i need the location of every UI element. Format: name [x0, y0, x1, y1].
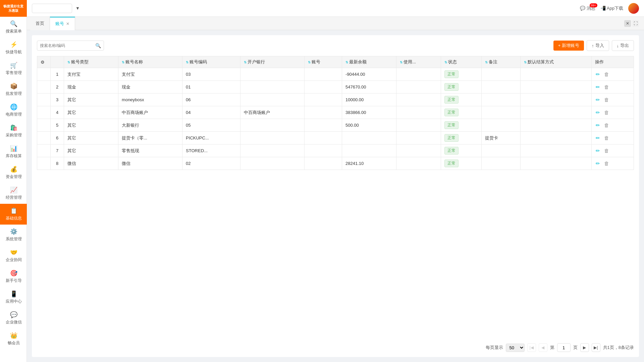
col-action-label: 操作	[595, 59, 604, 64]
sidebar-item-ops-mgmt[interactable]: 📈 经营管理	[0, 183, 27, 204]
delete-button-4[interactable]: 🗑	[603, 122, 610, 129]
edit-button-1[interactable]: ✏	[595, 83, 601, 91]
page-label: 第	[550, 345, 554, 351]
cell-status-7: 正常	[441, 157, 482, 170]
status-badge-2: 正常	[444, 96, 459, 104]
tab-home[interactable]: 首页	[30, 17, 50, 30]
cell-usage-3	[396, 106, 441, 119]
app-logo: 畅捷通好生意 乐惠版	[0, 0, 27, 17]
cell-type-4: 其它	[64, 119, 118, 132]
page-next-button[interactable]: ▶	[580, 343, 589, 352]
delete-button-0[interactable]: 🗑	[603, 71, 610, 78]
window-close-button[interactable]: ✕	[624, 20, 631, 27]
col-usage[interactable]: ⇅使用...	[396, 56, 441, 68]
col-balance[interactable]: ⇅最新余额	[342, 56, 396, 68]
edit-button-7[interactable]: ✏	[595, 160, 601, 167]
col-type-label: 账号类型	[71, 59, 89, 64]
edit-button-3[interactable]: ✏	[595, 109, 601, 116]
logo-line2: 乐惠版	[3, 8, 23, 13]
new-account-button[interactable]: + 新增账号	[553, 41, 584, 51]
cell-default-settle-7	[521, 157, 592, 170]
cell-usage-6	[396, 144, 441, 157]
toolbar: 🔍 + 新增账号 ↑ 导入 ↓ 导出	[37, 40, 634, 51]
delete-button-6[interactable]: 🗑	[603, 147, 610, 154]
delete-button-3[interactable]: 🗑	[603, 109, 610, 116]
sidebar-item-inventory-calc[interactable]: 📊 库存核算	[0, 141, 27, 162]
page-last-button[interactable]: ▶|	[592, 343, 600, 352]
search-input[interactable]	[40, 43, 95, 48]
cell-status-6: 正常	[441, 144, 482, 157]
ops-mgmt-icon: 📈	[10, 186, 17, 194]
sidebar-item-retail-mgmt[interactable]: 🛒 零售管理	[0, 58, 27, 79]
delete-button-7[interactable]: 🗑	[603, 160, 610, 167]
cell-status-0: 正常	[441, 68, 482, 81]
export-button[interactable]: ↓ 导出	[612, 40, 634, 51]
page-prev-button[interactable]: ◀	[539, 343, 547, 352]
sidebar-item-vip-member[interactable]: 👑 畅会员	[0, 328, 27, 349]
vip-member-icon: 👑	[10, 332, 17, 339]
edit-button-4[interactable]: ✏	[595, 122, 601, 129]
cell-status-5: 正常	[441, 132, 482, 144]
avatar[interactable]	[628, 3, 639, 14]
sidebar-item-finance-mgmt[interactable]: 💰 资金管理	[0, 162, 27, 183]
page-first-button[interactable]: |◀	[527, 343, 536, 352]
sidebar-item-system-mgmt[interactable]: ⚙️ 系统管理	[0, 225, 27, 245]
col-remark[interactable]: ⇅备注	[482, 56, 521, 68]
import-button[interactable]: ↑ 导入	[587, 40, 609, 51]
sidebar-item-purchase-mgmt[interactable]: 🛍️ 采购管理	[0, 121, 27, 141]
cell-action-5: ✏ 🗑	[592, 132, 634, 144]
app-download-label: App下载	[607, 5, 623, 11]
sidebar-label-retail-mgmt: 零售管理	[6, 70, 22, 76]
topbar-dropdown-icon[interactable]: ▼	[75, 6, 80, 11]
col-status[interactable]: ⇅状态	[441, 56, 482, 68]
page-suffix: 页	[573, 345, 578, 351]
delete-button-2[interactable]: 🗑	[603, 96, 610, 103]
toolbar-right: + 新增账号 ↑ 导入 ↓ 导出	[553, 40, 634, 51]
col-name[interactable]: ⇅账号名称	[118, 56, 182, 68]
import-label: 导入	[595, 43, 604, 49]
purchase-mgmt-icon: 🛍️	[10, 124, 17, 131]
delete-button-5[interactable]: 🗑	[603, 134, 610, 141]
sidebar-item-basic-info[interactable]: 📋 基础信息	[0, 204, 27, 225]
cell-type-0: 支付宝	[64, 68, 118, 81]
col-code[interactable]: ⇅账号编码	[182, 56, 240, 68]
tab-account[interactable]: 账号 ✕	[50, 17, 75, 30]
col-account-label: 账号	[312, 59, 320, 64]
sidebar-item-quick-nav[interactable]: ⚡ 快捷导航	[0, 38, 27, 58]
table-row: 2 现金 现金 01 547670.00 正常 ✏ 🗑	[37, 81, 634, 94]
page-size-select[interactable]: 50 20 100	[506, 344, 525, 352]
col-settings[interactable]: ⚙	[37, 56, 51, 68]
sidebar-item-newbie-guide[interactable]: 🎯 新手引导	[0, 266, 27, 287]
cell-account-5	[305, 132, 342, 144]
sidebar-item-search-menu[interactable]: 🔍 搜索菜单	[0, 17, 27, 38]
sidebar-item-ecommerce-mgmt[interactable]: 🌐 电商管理	[0, 100, 27, 121]
search-icon[interactable]: 🔍	[95, 43, 101, 48]
cell-name-4: 大新银行	[118, 119, 182, 132]
page-input[interactable]	[557, 343, 571, 352]
status-badge-0: 正常	[444, 70, 459, 78]
sidebar-item-wholesale-mgmt[interactable]: 📦 批发管理	[0, 79, 27, 100]
notification-button[interactable]: 💬 消息 99+	[580, 5, 595, 11]
sidebar-item-app-center[interactable]: 📱 应用中心	[0, 287, 27, 308]
sidebar-label-vip-member: 畅会员	[8, 340, 20, 346]
edit-button-5[interactable]: ✏	[595, 134, 601, 142]
edit-button-2[interactable]: ✏	[595, 96, 601, 104]
sidebar-item-enterprise-agreement[interactable]: 🤝 企业协同	[0, 245, 27, 266]
edit-button-0[interactable]: ✏	[595, 71, 601, 78]
window-maximize-button[interactable]: ⛶	[632, 20, 639, 27]
cell-name-6: 零售抵现	[118, 144, 182, 157]
status-badge-1: 正常	[444, 83, 459, 91]
topbar-search-input[interactable]	[32, 4, 72, 13]
col-bank[interactable]: ⇅开户银行	[240, 56, 305, 68]
col-type[interactable]: ⇅账号类型	[64, 56, 118, 68]
system-mgmt-icon: ⚙️	[10, 228, 17, 235]
col-account[interactable]: ⇅账号	[305, 56, 342, 68]
delete-button-1[interactable]: 🗑	[603, 83, 610, 90]
cell-bank-2	[240, 94, 305, 106]
edit-button-6[interactable]: ✏	[595, 147, 601, 155]
app-download-button[interactable]: 📲 App下载	[600, 5, 623, 11]
sidebar-item-enterprise-wechat[interactable]: 💬 企业微信	[0, 308, 27, 328]
col-default-settle[interactable]: ⇅默认结算方式	[521, 56, 592, 68]
tab-account-close[interactable]: ✕	[66, 22, 69, 26]
cell-name-1: 现金	[118, 81, 182, 94]
